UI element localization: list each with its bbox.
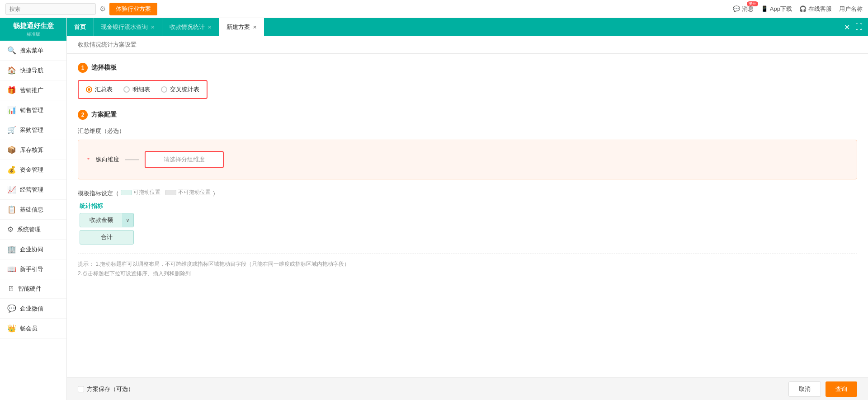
sidebar-item-wechat[interactable]: 💬 企业微信 xyxy=(0,299,66,319)
download-btn[interactable]: 📱 App下载 xyxy=(761,5,792,13)
sidebar-item-marketing[interactable]: 🎁 营销推广 xyxy=(0,80,66,100)
sidebar-item-inventory[interactable]: 📦 库存核算 xyxy=(0,140,66,160)
save-checkbox[interactable] xyxy=(78,386,84,392)
logo-text: 畅捷通好生意 xyxy=(13,22,54,30)
sidebar-item-label: 搜索菜单 xyxy=(20,47,43,55)
message-icon: 💬 xyxy=(733,5,740,12)
radio-cross-label: 交叉统计表 xyxy=(170,85,199,94)
industry-btn[interactable]: 体验行业方案 xyxy=(109,3,157,15)
radio-summary[interactable]: 汇总表 xyxy=(86,85,113,94)
sidebar-item-guide[interactable]: 📖 新手引导 xyxy=(0,259,66,279)
sidebar-item-basic-info[interactable]: 📋 基础信息 xyxy=(0,200,66,220)
tab-home[interactable]: 首页 xyxy=(67,18,94,36)
tab-new-plan[interactable]: 新建方案 ✕ xyxy=(219,18,264,36)
cancel-button[interactable]: 取消 xyxy=(788,381,821,397)
sidebar-item-sales[interactable]: 📊 销售管理 xyxy=(0,100,66,120)
settings-icon[interactable]: ⚙ xyxy=(99,5,106,13)
dimension-area: * 纵向维度 —— 请选择分组维度 xyxy=(78,140,857,179)
sidebar-item-label: 企业微信 xyxy=(20,305,43,313)
tab-home-label: 首页 xyxy=(74,23,86,31)
message-btn[interactable]: 💬 消息 99+ xyxy=(733,5,754,13)
tab-new-plan-label: 新建方案 xyxy=(226,23,250,31)
legend-draggable-label: 可拖动位置 xyxy=(133,188,160,196)
tab-receipt-stat-close[interactable]: ✕ xyxy=(208,24,212,30)
tab-bar-actions: ✕ ⛶ xyxy=(844,23,863,32)
save-label: 方案保存（可选） xyxy=(87,385,134,393)
sidebar-item-member[interactable]: 👑 畅会员 xyxy=(0,319,66,339)
system-icon: ⚙ xyxy=(7,225,14,234)
sidebar-item-hardware[interactable]: 🖥 智能硬件 xyxy=(0,279,66,299)
sidebar: 畅捷通好生意 标准版 🔍 搜索菜单 🏠 快捷导航 🎁 营销推广 📊 销售管理 🛒 xyxy=(0,18,67,400)
sidebar-item-label: 企业协同 xyxy=(20,245,43,254)
breadcrumb: 收款情况统计方案设置 xyxy=(67,36,868,54)
service-label: 在线客服 xyxy=(808,5,832,13)
step1-header: 1 选择模板 xyxy=(78,63,857,73)
radio-cross-circle xyxy=(161,86,167,93)
service-btn[interactable]: 🎧 在线客服 xyxy=(799,5,832,13)
sidebar-item-label: 经营管理 xyxy=(20,186,43,194)
sidebar-item-label: 畅会员 xyxy=(20,325,38,333)
sidebar-item-label: 快捷导航 xyxy=(20,66,43,75)
indicator-section: 模板指标设定（ 可拖动位置 不可拖动位置 ） xyxy=(78,188,857,245)
purchase-icon: 🛒 xyxy=(7,126,16,134)
template-selector: 汇总表 明细表 交叉统计表 xyxy=(78,80,208,99)
search-menu-icon: 🔍 xyxy=(7,46,16,55)
bottom-bar: 方案保存（可选） 取消 查询 xyxy=(67,377,868,400)
indicator-chips-area: 统计指标 收款金额 ∨ 合计 xyxy=(80,202,857,245)
save-option[interactable]: 方案保存（可选） xyxy=(78,385,134,393)
tips-section: 提示： 1.拖动标题栏可以调整布局，不可跨维度或指标区域拖动目字段（只能在同一维… xyxy=(78,254,857,279)
tab-expand-icon[interactable]: ⛶ xyxy=(855,23,863,31)
tab-receipt-stat[interactable]: 收款情况统计 ✕ xyxy=(162,18,219,36)
required-star: * xyxy=(87,156,90,163)
sidebar-item-label: 智能硬件 xyxy=(18,285,42,293)
sidebar-item-enterprise[interactable]: 🏢 企业协同 xyxy=(0,240,66,259)
sidebar-item-label: 基础信息 xyxy=(20,206,43,214)
tab-bank-flow-close[interactable]: ✕ xyxy=(151,24,155,30)
dim-select-box[interactable]: 请选择分组维度 xyxy=(145,151,224,168)
sidebar-item-label: 新手引导 xyxy=(20,265,43,273)
sidebar-item-label: 库存核算 xyxy=(20,146,43,154)
hardware-icon: 🖥 xyxy=(7,285,14,293)
tab-receipt-stat-label: 收款情况统计 xyxy=(170,23,205,31)
sidebar-item-label: 销售管理 xyxy=(20,106,43,114)
dim-arrow: —— xyxy=(125,155,139,164)
radio-summary-circle xyxy=(86,86,92,93)
dimension-subsection: 汇总维度（必选） * 纵向维度 —— 请选择分组维度 xyxy=(78,127,857,179)
tab-close-all-icon[interactable]: ✕ xyxy=(844,23,850,32)
marketing-icon: 🎁 xyxy=(7,86,16,94)
header-left: ⚙ 体验行业方案 xyxy=(5,3,157,15)
dim-select-placeholder: 请选择分组维度 xyxy=(164,156,205,163)
sidebar-item-purchase[interactable]: 🛒 采购管理 xyxy=(0,120,66,140)
sidebar-item-system[interactable]: ⚙ 系统管理 xyxy=(0,220,66,240)
chip-amount-text: 收款金额 xyxy=(80,213,122,227)
logo-area: 畅捷通好生意 标准版 xyxy=(0,18,66,41)
basic-info-icon: 📋 xyxy=(7,205,16,214)
sidebar-item-search-menu[interactable]: 🔍 搜索菜单 xyxy=(0,41,66,61)
radio-detail[interactable]: 明细表 xyxy=(123,85,150,94)
step1-title: 选择模板 xyxy=(91,64,117,72)
tab-bank-flow[interactable]: 现金银行流水查询 ✕ xyxy=(94,18,162,36)
sidebar-item-label: 采购管理 xyxy=(20,126,43,134)
step2-title: 方案配置 xyxy=(91,111,117,119)
user-name: 用户名称 xyxy=(839,5,863,13)
sidebar-item-label: 营销推广 xyxy=(20,86,43,94)
search-input[interactable] xyxy=(5,3,96,15)
sales-icon: 📊 xyxy=(7,106,16,114)
step2-header: 2 方案配置 xyxy=(78,110,857,120)
sidebar-item-finance[interactable]: 💰 资金管理 xyxy=(0,160,66,180)
indicator-label: 统计指标 xyxy=(80,202,103,209)
radio-cross[interactable]: 交叉统计表 xyxy=(161,85,199,94)
indicator-chip-amount[interactable]: 收款金额 ∨ xyxy=(80,213,134,227)
bottom-actions: 取消 查询 xyxy=(788,381,857,397)
tab-new-plan-close[interactable]: ✕ xyxy=(253,24,257,30)
sidebar-item-label: 资金管理 xyxy=(20,166,43,174)
wechat-icon: 💬 xyxy=(7,304,16,313)
guide-icon: 📖 xyxy=(7,265,16,273)
sidebar-item-operation[interactable]: 📈 经营管理 xyxy=(0,180,66,200)
query-button[interactable]: 查询 xyxy=(826,381,857,397)
content-area: 首页 现金银行流水查询 ✕ 收款情况统计 ✕ 新建方案 ✕ ✕ ⛶ xyxy=(67,18,868,400)
radio-summary-label: 汇总表 xyxy=(95,85,113,94)
chip-arrow[interactable]: ∨ xyxy=(122,213,133,227)
user-area[interactable]: 用户名称 xyxy=(839,5,863,13)
sidebar-item-quick-nav[interactable]: 🏠 快捷导航 xyxy=(0,61,66,80)
